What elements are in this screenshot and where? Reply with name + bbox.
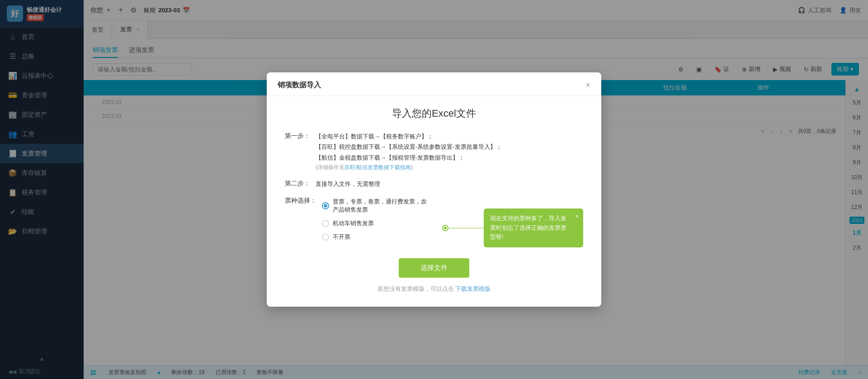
import-modal: 销项数据导入 × 导入您的Excel文件 第一步： 【全电平台】数据下载→【税务… (267, 72, 601, 307)
download-hint: 若您没有发票模版，可以点击 下载发票模版 (285, 285, 583, 293)
ticket-radio-group: 普票，专票，卷票，通行费发票，农产品销售发票 机动车销售发票 不开票 (322, 198, 430, 241)
radio-motor-circle (322, 220, 329, 227)
step1-line-1: 【全电平台】数据下载→【税务数字账户】； (316, 131, 502, 142)
tooltip-container: 现在支持的票种多了，导入发票时别忘了选择正确的发票类型呀! × (443, 208, 583, 247)
radio-motor[interactable]: 机动车销售发票 (322, 219, 430, 227)
tooltip-text: 现在支持的票种多了，导入发票时别忘了选择正确的发票类型呀! (490, 215, 566, 241)
download-template-link[interactable]: 下载发票模版 (455, 285, 491, 292)
ticket-label: 票种选择： (285, 196, 316, 205)
modal-body: 导入您的Excel文件 第一步： 【全电平台】数据下载→【税务数字账户】； 【百… (267, 96, 601, 307)
modal-header: 销项数据导入 × (267, 72, 601, 96)
modal-close-button[interactable]: × (585, 81, 590, 90)
step1-line-2: 【百旺】税控盘数据下载→【系统设置-系统参数设置-发票批量导入】； (316, 142, 502, 152)
guide-link[interactable]: 百旺/航信发票数据下载指南 (344, 164, 411, 171)
tooltip-line (448, 228, 484, 228)
modal-overlay: 销项数据导入 × 导入您的Excel文件 第一步： 【全电平台】数据下载→【税务… (0, 0, 868, 379)
ticket-select-row: 票种选择： 普票，专票，卷票，通行费发票，农产品销售发票 机动车销售发票 (285, 196, 583, 247)
step1-row: 第一步： 【全电平台】数据下载→【税务数字账户】； 【百旺】税控盘数据下载→【系… (285, 131, 583, 173)
step1-label: 第一步： (285, 131, 310, 173)
step2-row: 第二步： 直接导入文件，无需整理 (285, 179, 583, 189)
radio-normal-circle (322, 202, 329, 209)
modal-title: 销项数据导入 (278, 81, 321, 90)
step2-content: 直接导入文件，无需整理 (316, 179, 380, 189)
radio-none-circle (322, 233, 329, 241)
step1-detail: (详细操作见百旺/航信发票数据下载指南) (316, 163, 502, 173)
radio-none[interactable]: 不开票 (322, 233, 430, 241)
step2-label: 第二步： (285, 179, 310, 189)
radio-normal[interactable]: 普票，专票，卷票，通行费发票，农产品销售发票 (322, 198, 430, 214)
tooltip-bubble: 现在支持的票种多了，导入发票时别忘了选择正确的发票类型呀! × (484, 208, 583, 247)
modal-main-title: 导入您的Excel文件 (285, 107, 583, 120)
tooltip-close-btn[interactable]: × (575, 211, 579, 221)
step1-content: 【全电平台】数据下载→【税务数字账户】； 【百旺】税控盘数据下载→【系统设置-系… (316, 131, 502, 173)
step1-line-3: 【航信】金税盘数据下载→【报税管理-发票数据导出】； (316, 152, 502, 163)
tooltip-dot (443, 226, 448, 230)
select-file-button[interactable]: 选择文件 (399, 258, 469, 278)
